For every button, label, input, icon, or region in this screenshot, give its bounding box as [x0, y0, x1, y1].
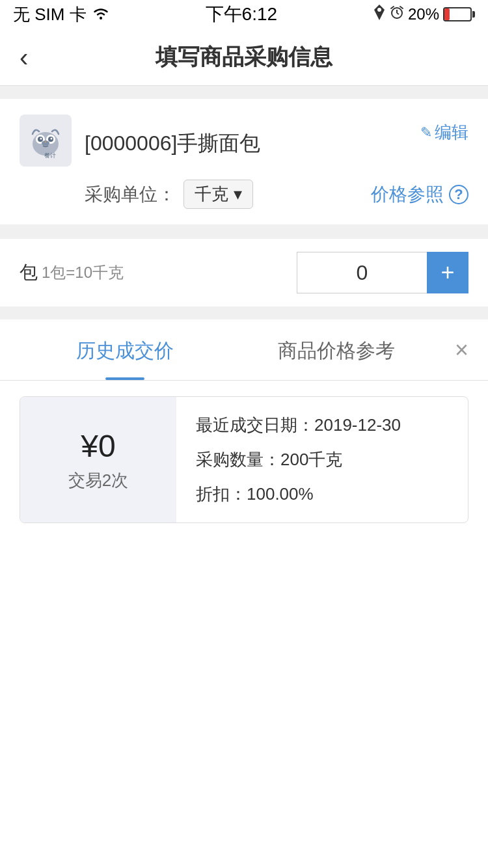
battery-percent: 20% [408, 5, 439, 23]
product-header: 餐计 [0000006]手撕面包 ✎ 编辑 [20, 115, 468, 167]
qty-equivalent: 1包=10千克 [42, 262, 124, 283]
qty-row: 包 1包=10千克 + [0, 239, 488, 306]
recent-date-row: 最近成交日期：2019-12-30 [196, 413, 401, 438]
status-left: 无 SIM 卡 [13, 3, 110, 26]
recent-date-label: 最近成交日期： [196, 415, 314, 435]
product-unit-row: 采购单位： 千克 ▾ 价格参照 ? [20, 180, 468, 209]
edit-label: 编辑 [435, 121, 468, 144]
purchase-qty-label: 采购数量： [196, 450, 280, 469]
product-name: [0000006]手撕面包 [85, 123, 260, 158]
price-card: ¥0 交易2次 最近成交日期：2019-12-30 采购数量：200千克 折扣：… [20, 396, 468, 523]
svg-line-4 [397, 13, 399, 14]
unit-value: 千克 [195, 183, 228, 206]
edit-icon: ✎ [420, 124, 432, 141]
purchase-qty-row: 采购数量：200千克 [196, 447, 401, 472]
chevron-down-icon: ▾ [234, 184, 242, 204]
discount-row: 折扣：100.00% [196, 481, 401, 507]
qty-label: 包 1包=10千克 [20, 260, 124, 285]
qty-plus-button[interactable]: + [427, 252, 468, 293]
location-icon [373, 5, 386, 24]
status-time: 下午6:12 [206, 2, 278, 27]
price-card-container: ¥0 交易2次 最近成交日期：2019-12-30 采购数量：200千克 折扣：… [0, 381, 488, 539]
recent-date-value: 2019-12-30 [314, 415, 401, 435]
status-right: 20% [373, 5, 475, 24]
discount-value: 100.00% [247, 484, 314, 504]
page-title: 填写商品采购信息 [156, 42, 332, 72]
info-icon: ? [449, 185, 468, 204]
battery-icon [443, 7, 475, 21]
price-card-left: ¥0 交易2次 [20, 397, 176, 522]
price-amount: ¥0 [81, 428, 115, 464]
bottom-area [0, 539, 488, 868]
back-button[interactable]: ‹ [20, 44, 28, 70]
svg-point-10 [40, 138, 42, 140]
qty-controls: + [297, 252, 468, 293]
purchase-qty-value: 200千克 [280, 450, 342, 469]
carrier-text: 无 SIM 卡 [13, 3, 87, 26]
price-panel: 历史成交价 商品价格参考 × ¥0 交易2次 最近成交日期：2019-12-30… [0, 319, 488, 539]
price-card-right: 最近成交日期：2019-12-30 采购数量：200千克 折扣：100.00% [176, 397, 420, 522]
discount-label: 折扣： [196, 484, 247, 504]
svg-text:餐计: 餐计 [44, 152, 56, 159]
product-thumbnail: 餐计 [20, 115, 72, 167]
svg-point-0 [100, 17, 102, 20]
price-tabs: 历史成交价 商品价格参考 × [0, 319, 488, 381]
wifi-icon [92, 5, 110, 25]
price-ref-label: 价格参照 [371, 182, 444, 207]
tab-product-price-ref[interactable]: 商品价格参考 [230, 319, 441, 380]
svg-point-1 [377, 8, 381, 12]
tab-history-price[interactable]: 历史成交价 [20, 319, 230, 380]
price-panel-close-button[interactable]: × [442, 336, 468, 364]
unit-label: 采购单位： [85, 182, 176, 207]
product-left: 餐计 [0000006]手撕面包 [20, 115, 260, 167]
price-transactions: 交易2次 [68, 469, 128, 492]
svg-point-11 [51, 138, 53, 140]
qty-input[interactable] [297, 252, 427, 293]
edit-link[interactable]: ✎ 编辑 [420, 115, 468, 144]
unit-select[interactable]: 千克 ▾ [183, 180, 253, 209]
product-logo-icon: 餐计 [26, 121, 65, 160]
divider-2 [0, 306, 488, 319]
qty-pack-label: 包 [20, 260, 38, 285]
alarm-icon [390, 5, 404, 23]
status-bar: 无 SIM 卡 下午6:12 20 [0, 0, 488, 29]
price-ref-link[interactable]: 价格参照 ? [371, 182, 468, 207]
divider-1 [0, 224, 488, 237]
product-card: 餐计 [0000006]手撕面包 ✎ 编辑 采购单位： 千克 ▾ 价格参照 ? [0, 99, 488, 224]
nav-bar: ‹ 填写商品采购信息 [0, 29, 488, 86]
